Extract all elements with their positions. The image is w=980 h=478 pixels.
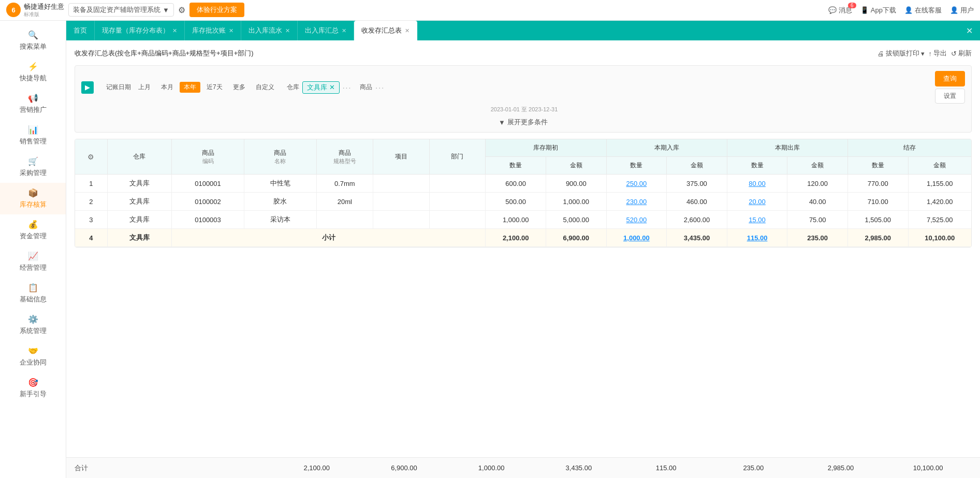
sidebar-item-cooperation[interactable]: 🤝 企业协同 (0, 341, 66, 372)
sidebar-item-inventory[interactable]: 📦 库存核算 (0, 183, 66, 214)
sidebar-item-purchase[interactable]: 🛒 采购管理 (0, 151, 66, 183)
tab-close-inventory-dist[interactable]: ✕ (172, 27, 177, 34)
col-name-header: 商品名称 (244, 139, 316, 175)
subtotal-in-amt: 3,435.00 (667, 229, 727, 247)
print-btn[interactable]: 🖨 拔锁版打印 ▾ (877, 49, 925, 58)
subtotal-index: 4 (75, 229, 107, 247)
date-tab-more[interactable]: 更多 (229, 82, 250, 93)
goods-more-btn[interactable]: ··· (375, 83, 385, 92)
cell-dept (429, 193, 486, 211)
date-tab-prev-month[interactable]: 上月 (134, 82, 155, 93)
table-row: 3 文具库 0100003 采访本 1,000.00 5,000.00 520.… (75, 211, 971, 229)
cell-index: 2 (75, 193, 107, 211)
tab-receive-send-summary[interactable]: 收发存汇总表 ✕ (354, 21, 417, 40)
tab-home[interactable]: 首页 (66, 21, 95, 40)
bottom-bar: 合计 2,100.00 6,900.00 1,000.00 3,435.00 1… (66, 457, 980, 478)
table-row: 2 文具库 0100002 胶水 20ml 500.00 1,000.00 23… (75, 193, 971, 211)
query-button[interactable]: 查询 (935, 71, 965, 86)
total-label: 合计 (75, 463, 88, 473)
tab-close-batch-ledger[interactable]: ✕ (229, 27, 233, 34)
cell-spec: 20ml (316, 193, 373, 211)
cell-spec (316, 211, 373, 229)
message-btn[interactable]: 💬 消息 6 (828, 6, 852, 15)
date-tab-this-month[interactable]: 本月 (157, 82, 178, 93)
table-settings-icon[interactable]: ⚙ (87, 153, 94, 161)
cell-in-qty[interactable]: 520.00 (606, 211, 667, 229)
col-code-header: 商品编码 (172, 139, 244, 175)
tab-inventory-dist[interactable]: 现存量（库存分布表） ✕ (95, 21, 185, 40)
col-warehouse-header: 仓库 (107, 139, 171, 175)
app-download-btn[interactable]: 📱 App下载 (860, 6, 896, 15)
page-title-row: 收发存汇总表(按仓库+商品编码+商品+规格型号+项目+部门) 🖨 拔锁版打印 ▾… (75, 49, 972, 58)
subtotal-in-qty[interactable]: 1,000.00 (606, 229, 667, 247)
subtotal-out-qty[interactable]: 115.00 (727, 229, 787, 247)
cell-project (373, 175, 429, 193)
goods-filter-label: 商品 (360, 83, 372, 92)
col-balance-qty: 数量 (847, 157, 908, 175)
subtotal-opening-qty: 2,100.00 (486, 229, 546, 247)
total-col3: 1,000.00 (448, 464, 535, 472)
total-col6: 235.00 (710, 464, 797, 472)
col-balance-amt: 金额 (908, 157, 971, 175)
col-opening-qty: 数量 (486, 157, 546, 175)
trial-btn[interactable]: 体验行业方案 (189, 3, 244, 17)
filter-row-main: ▶ 记账日期 上月 本月 本年 近7天 更多 自定义 仓库 (81, 71, 965, 104)
sidebar: 🔍 搜索菜单 ⚡ 快捷导航 📢 营销推广 📊 销售管理 🛒 采购管理 📦 库存核… (0, 21, 66, 478)
top-bar: 6 畅捷通好生意 标准版 装备及固定资产辅助管理系统 ▼ ⚙ 体验行业方案 💬 … (0, 0, 980, 21)
user-btn[interactable]: 👤 用户 (950, 6, 974, 15)
sidebar-item-newbie[interactable]: 🎯 新手引导 (0, 372, 66, 404)
online-service-btn[interactable]: 👤 在线客服 (904, 6, 942, 15)
filter-settings-btn[interactable]: 设置 (935, 89, 965, 104)
cell-balance-qty: 1,505.00 (847, 211, 908, 229)
export-icon: ↑ (929, 50, 932, 57)
export-btn[interactable]: ↑ 导出 (929, 49, 947, 58)
sidebar-item-quick-nav[interactable]: ⚡ 快捷导航 (0, 56, 66, 88)
marketing-icon: 📢 (28, 93, 38, 103)
tab-close-all-btn[interactable]: ✕ (959, 26, 980, 36)
cell-in-qty[interactable]: 230.00 (606, 193, 667, 211)
sidebar-item-finance[interactable]: 💰 资金管理 (0, 214, 66, 246)
sidebar-item-base-info[interactable]: 📋 基础信息 (0, 278, 66, 309)
sidebar-item-operations[interactable]: 📈 经营管理 (0, 246, 66, 278)
cell-out-qty[interactable]: 15.00 (727, 211, 787, 229)
sidebar-item-system[interactable]: ⚙️ 系统管理 (0, 309, 66, 341)
data-table-container: ⚙ 仓库 商品编码 商品名称 商品规格型号 项目 部门 库存期初 本期入库 本期… (75, 139, 972, 248)
cell-index: 1 (75, 175, 107, 193)
total-col1: 2,100.00 (273, 464, 360, 472)
sidebar-item-marketing[interactable]: 📢 营销推广 (0, 88, 66, 120)
cell-in-amt: 2,600.00 (667, 211, 727, 229)
date-tab-this-year[interactable]: 本年 (180, 82, 200, 93)
filter-date-item: 记账日期 上月 本月 本年 近7天 更多 自定义 (106, 82, 279, 93)
refresh-btn[interactable]: ↺ 刷新 (951, 49, 972, 58)
cell-opening-amt: 5,000.00 (546, 211, 606, 229)
finance-icon: 💰 (28, 220, 38, 229)
date-tab-7days[interactable]: 近7天 (202, 82, 227, 93)
service-icon: 👤 (904, 6, 913, 14)
cell-out-qty[interactable]: 20.00 (727, 193, 787, 211)
tab-inout-summary[interactable]: 出入库汇总 ✕ (298, 21, 354, 40)
operations-icon: 📈 (28, 251, 38, 261)
tab-close-inout-flow[interactable]: ✕ (285, 27, 290, 34)
tab-inout-flow[interactable]: 出入库流水 ✕ (241, 21, 298, 40)
sidebar-item-sales[interactable]: 📊 销售管理 (0, 120, 66, 151)
expand-conditions-btn[interactable]: ▼ 展开更多条件 (81, 118, 965, 127)
filter-collapse-btn[interactable]: ▶ (81, 81, 94, 94)
tab-close-inout-summary[interactable]: ✕ (342, 27, 346, 34)
message-icon: 💬 (828, 6, 837, 14)
cell-out-qty[interactable]: 80.00 (727, 175, 787, 193)
warehouse-remove-btn[interactable]: ✕ (329, 83, 335, 91)
cell-in-qty[interactable]: 250.00 (606, 175, 667, 193)
warehouse-more-btn[interactable]: ··· (343, 83, 352, 92)
sidebar-item-search[interactable]: 🔍 搜索菜单 (0, 25, 66, 56)
settings-icon-btn[interactable]: ⚙ (178, 5, 185, 15)
cell-out-amt: 75.00 (787, 211, 848, 229)
cell-dept (429, 211, 486, 229)
date-tab-custom[interactable]: 自定义 (252, 82, 279, 93)
warehouse-filter-label: 仓库 (287, 83, 299, 92)
tab-batch-ledger[interactable]: 库存批次账 ✕ (185, 21, 241, 40)
total-col4: 3,435.00 (535, 464, 623, 472)
total-col7: 2,985.00 (797, 464, 885, 472)
system-name-dropdown[interactable]: 装备及固定资产辅助管理系统 ▼ (68, 3, 174, 17)
tab-close-receive-send-summary[interactable]: ✕ (405, 27, 409, 34)
quick-nav-icon: ⚡ (28, 62, 38, 71)
